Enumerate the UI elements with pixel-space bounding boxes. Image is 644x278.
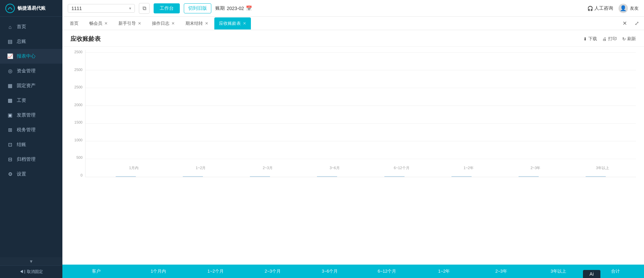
th-1month: 1个月内 — [130, 268, 187, 274]
x-label-1-2year: 1~2年 — [435, 165, 502, 170]
tab-oplog[interactable]: 操作日志 ✕ — [147, 17, 179, 29]
company-selector[interactable]: 1111 ▾ — [68, 4, 135, 13]
tab-label: 新手引导 — [118, 20, 136, 26]
y-label-1500: 1500 — [70, 120, 83, 124]
sidebar-item-label: 发票管理 — [17, 112, 36, 118]
tab-close-all-button[interactable]: ✕ — [620, 19, 629, 28]
tab-close-icon[interactable]: ✕ — [138, 21, 141, 26]
consult-button[interactable]: 🎧 人工咨询 — [587, 5, 613, 11]
sidebar-item-assets[interactable]: ▦ 固定资产 — [0, 78, 62, 93]
sidebar-item-label: 设置 — [17, 171, 26, 177]
cancel-fixed-button[interactable]: ◀‖ 取消固定 — [0, 265, 62, 278]
print-label: 打印 — [608, 36, 617, 42]
sidebar-nav: ⌂ 首页 ▤ 总账 📈 报表中心 ◎ 资金管理 ▦ 固定资产 ▩ 工资 ▣ 发票… — [0, 17, 62, 257]
download-button[interactable]: ⬇ 下载 — [583, 36, 597, 42]
sidebar-item-label: 结账 — [17, 142, 26, 148]
sidebar-item-home[interactable]: ⌂ 首页 — [0, 19, 62, 34]
chart-area: 0 500 1000 1500 2000 2500 2500 2500 — [62, 47, 644, 265]
assets-icon: ▦ — [7, 82, 13, 89]
tax-icon: ⊞ — [7, 127, 13, 133]
refresh-icon: ↻ — [622, 37, 626, 42]
sidebar-item-checkout[interactable]: ⊡ 结账 — [0, 137, 62, 152]
funds-icon: ◎ — [7, 68, 13, 74]
sidebar-item-reports[interactable]: 📈 报表中心 — [0, 49, 62, 64]
tab-period-close[interactable]: 期末结转 ✕ — [181, 17, 213, 29]
archive-icon: ⊟ — [7, 156, 13, 163]
sidebar-item-tax[interactable]: ⊞ 税务管理 — [0, 123, 62, 137]
tabs-bar: 首页 畅会员 ✕ 新手引导 ✕ 操作日志 ✕ 期末结转 ✕ 应收账龄表 ✕ ✕ … — [62, 17, 644, 30]
tabs-actions: ✕ ⤢ — [620, 19, 641, 28]
x-axis: 1月内 1~2月 2~3月 3~6月 6~12个月 1~2年 2~3年 3年以上 — [100, 163, 636, 177]
scroll-arrow: ▼ — [29, 259, 34, 264]
y-axis: 0 500 1000 1500 2000 2500 2500 2500 — [70, 50, 84, 177]
tab-close-icon[interactable]: ✕ — [171, 21, 175, 26]
sidebar-logo: 畅捷通易代账 — [0, 0, 62, 17]
x-label-6-12month: 6~12个月 — [368, 165, 435, 170]
tab-label: 应收账龄表 — [219, 20, 241, 26]
tab-close-icon[interactable]: ✕ — [104, 21, 108, 26]
x-label-3plus-year: 3年以上 — [569, 165, 636, 170]
page-content: 应收账龄表 ⬇ 下载 🖨 打印 ↻ 刷新 — [62, 30, 644, 278]
refresh-button[interactable]: ↻ 刷新 — [622, 36, 636, 42]
header: 1111 ▾ ⧉ 工作台 切到旧版 账期 2023-02 📅 🎧 人工咨询 👤 … — [62, 0, 644, 17]
tab-label: 操作日志 — [152, 20, 169, 26]
ai-badge[interactable]: Ai — [583, 270, 600, 278]
copy-button[interactable]: ⧉ — [139, 3, 150, 14]
period-info: 账期 2023-02 📅 — [215, 5, 252, 11]
period-label: 账期 — [215, 5, 225, 11]
x-label-1month: 1月内 — [100, 165, 167, 170]
invoice-icon: ▣ — [7, 112, 13, 119]
tab-label: 期末结转 — [185, 20, 203, 26]
sidebar-item-ledger[interactable]: ▤ 总账 — [0, 34, 62, 49]
th-3-6month: 3~6个月 — [301, 268, 358, 274]
sidebar-item-label: 总账 — [17, 39, 26, 45]
workbench-button[interactable]: 工作台 — [154, 3, 180, 13]
page-header: 应收账龄表 ⬇ 下载 🖨 打印 ↻ 刷新 — [62, 30, 644, 47]
chart-container: 0 500 1000 1500 2000 2500 2500 2500 — [70, 50, 636, 191]
svg-point-0 — [6, 4, 14, 13]
salary-icon: ▩ — [7, 97, 13, 104]
tab-close-icon[interactable]: ✕ — [243, 21, 246, 26]
tab-close-icon[interactable]: ✕ — [205, 21, 208, 26]
th-2-3month: 2~3个月 — [244, 268, 301, 274]
sidebar-item-invoice[interactable]: ▣ 发票管理 — [0, 108, 62, 123]
sidebar-item-archive[interactable]: ⊟ 归档管理 — [0, 152, 62, 167]
y-label-1000: 1000 — [70, 138, 83, 142]
sidebar-item-settings[interactable]: ⚙ 设置 — [0, 167, 62, 182]
table-header: 客户 1个月内 1~2个月 2~3个月 3~6个月 6~12个月 1~2年 2~… — [62, 265, 644, 278]
tab-aging-report[interactable]: 应收账龄表 ✕ — [214, 17, 251, 29]
header-right: 🎧 人工咨询 👤 友友 — [587, 4, 639, 13]
sidebar-item-label: 首页 — [17, 24, 26, 30]
download-label: 下载 — [588, 36, 597, 42]
y-label-2500a: 2500 — [70, 85, 83, 89]
user-info[interactable]: 👤 友友 — [619, 4, 639, 13]
tab-home[interactable]: 首页 — [65, 17, 83, 29]
headset-icon: 🎧 — [587, 6, 593, 11]
tab-member[interactable]: 畅会员 ✕ — [85, 17, 112, 29]
sidebar-item-funds[interactable]: ◎ 资金管理 — [0, 64, 62, 78]
switch-old-button[interactable]: 切到旧版 — [184, 3, 211, 13]
ai-label: Ai — [590, 271, 594, 277]
calendar-icon: 📅 — [246, 5, 252, 11]
page-actions: ⬇ 下载 🖨 打印 ↻ 刷新 — [583, 36, 636, 42]
y-label-0: 0 — [70, 173, 83, 177]
user-label: 友友 — [630, 5, 639, 11]
avatar: 👤 — [619, 4, 628, 13]
consult-label: 人工咨询 — [594, 5, 613, 11]
tab-expand-button[interactable]: ⤢ — [632, 19, 641, 28]
y-label-2500b: 2500 — [70, 68, 83, 72]
avatar-icon: 👤 — [620, 5, 627, 11]
logo-icon — [5, 4, 15, 13]
y-label-2000: 2000 — [70, 103, 83, 107]
tab-guide[interactable]: 新手引导 ✕ — [114, 17, 146, 29]
x-label-2-3month: 2~3月 — [234, 165, 301, 170]
sidebar-item-salary[interactable]: ▩ 工资 — [0, 93, 62, 108]
th-6-12month: 6~12个月 — [358, 268, 415, 274]
chevron-down-icon: ▾ — [129, 6, 131, 11]
ledger-icon: ▤ — [7, 38, 13, 45]
x-label-2-3year: 2~3年 — [502, 165, 569, 170]
x-label-3-6month: 3~6月 — [301, 165, 368, 170]
y-label-500: 500 — [70, 155, 83, 159]
page-title: 应收账龄表 — [70, 35, 101, 43]
print-button[interactable]: 🖨 打印 — [602, 36, 617, 42]
